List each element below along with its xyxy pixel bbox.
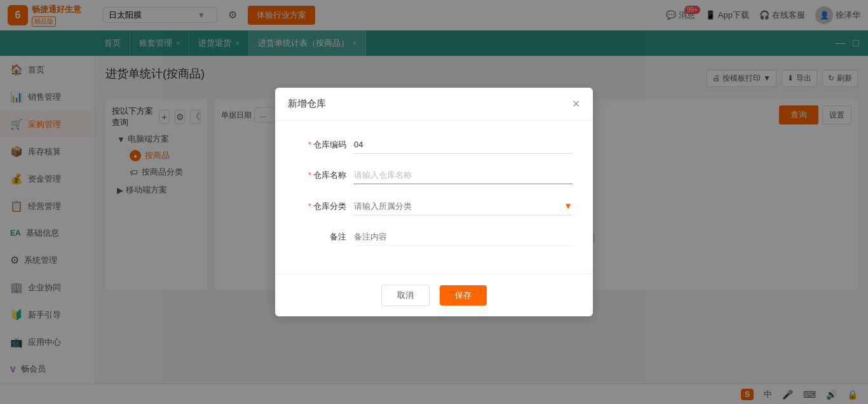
category-dropdown-icon[interactable]: ▼: [564, 201, 573, 211]
code-field: 仓库编码: [295, 136, 573, 154]
name-input[interactable]: [354, 166, 573, 184]
name-label: 仓库名称: [295, 170, 346, 181]
dialog-header: 新增仓库 ✕: [275, 88, 593, 121]
category-input[interactable]: [354, 201, 564, 211]
notes-input[interactable]: [354, 228, 573, 246]
save-btn[interactable]: 保存: [440, 285, 487, 306]
dialog-title: 新增仓库: [288, 98, 326, 110]
category-field: 仓库分类 ▼: [295, 197, 573, 215]
cancel-btn[interactable]: 取消: [381, 285, 430, 306]
category-select[interactable]: ▼: [354, 197, 573, 215]
add-warehouse-dialog: 新增仓库 ✕ 仓库编码 仓库名称 仓库分类 ▼: [275, 88, 593, 316]
overlay: 新增仓库 ✕ 仓库编码 仓库名称 仓库分类 ▼: [0, 0, 868, 404]
category-label: 仓库分类: [295, 201, 346, 212]
dialog-body: 仓库编码 仓库名称 仓库分类 ▼ 备注: [275, 121, 593, 274]
code-input[interactable]: [354, 136, 573, 154]
notes-field: 备注: [295, 228, 573, 246]
notes-label: 备注: [295, 231, 346, 243]
dialog-close-btn[interactable]: ✕: [572, 98, 580, 110]
dialog-footer: 取消 保存: [275, 274, 593, 316]
name-field: 仓库名称: [295, 166, 573, 184]
code-label: 仓库编码: [295, 139, 346, 151]
